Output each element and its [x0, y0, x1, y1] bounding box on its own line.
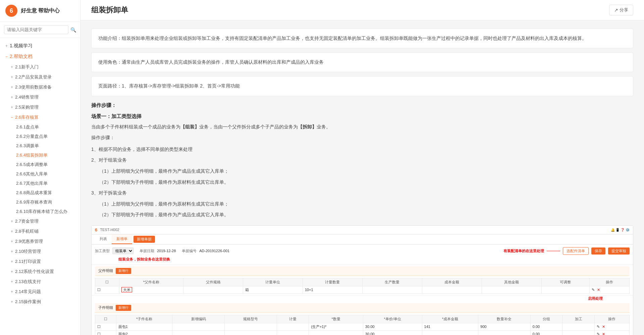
sim-top-table-header-row: ☐ *父件名称 父件规格 计量单位 计量数量 生产数量 成本金额 其他金额 可调…: [95, 278, 630, 286]
expand-icon: +: [11, 289, 13, 294]
sidebar-item-stocktake[interactable]: 2.6.1盘点单: [5, 122, 80, 132]
sidebar-item-newbie[interactable]: + 2.1新手入门: [5, 62, 80, 72]
step-1-text: 1: [91, 147, 94, 152]
sim-newadd-btn[interactable]: 新增单据: [133, 236, 155, 243]
sim-th-name: *父件名称: [119, 278, 183, 286]
sidebar-item-inventory[interactable]: − 2.6库存核算: [5, 112, 80, 122]
table-row: ☐ 面包1 (生产+1)* 30.00 141 900 0.00: [95, 323, 630, 330]
sim-bth-unit: 计量: [277, 315, 309, 323]
expand-icon: +: [11, 85, 13, 90]
intro-block-3: 页面路径：1、库存核算->库存管理->组装拆卸单 2、首页->常用功能: [91, 76, 633, 96]
intro-block-2: 使用角色：通常由生产人员或库管人员完成拆装业务的操作，库管人员确认原材料的出库和…: [91, 52, 633, 72]
step-3: 3、对于拆装业务: [91, 188, 633, 198]
sim-delete-icon2[interactable]: ✕: [602, 332, 605, 335]
collapse-icon: −: [11, 115, 13, 120]
sidebar-item-sales[interactable]: + 2.4销售管理: [5, 92, 80, 102]
sidebar-item-online-pay[interactable]: + 2.13在线支付: [5, 277, 80, 287]
sim-top-table-container: 父件明细 新增行 ☐ *父件名称 父件规格 计量单位 计量数量 生产数量: [92, 265, 633, 295]
sim-edit-icon[interactable]: ✎: [592, 288, 595, 292]
sim-bth-group: 分组: [530, 315, 562, 323]
sim-submit-btn[interactable]: 提交审核: [608, 247, 630, 255]
sim-btd-qtycomp2: [478, 330, 531, 335]
sidebar-item-stock-error[interactable]: 2.6.10库存账本错了怎么办: [5, 207, 80, 216]
sim-btd-group1: 0.00: [530, 323, 562, 330]
nav-child-label: 2.10经营管理: [15, 248, 41, 255]
nav-section-1: + 1.视频学习: [0, 41, 80, 51]
sim-app-topbar: 6 TEST-H002 🔔 📱 ❓ ⚙️: [92, 226, 633, 234]
sim-add-bottom-row[interactable]: 新增行: [116, 305, 131, 311]
sim-btd-proc2: [562, 330, 595, 335]
search-icon[interactable]: 🔍: [70, 27, 76, 33]
sidebar-item-faq[interactable]: + 2.14常见问题: [5, 287, 80, 297]
sidebar-item-video[interactable]: + 1.视频学习: [0, 41, 80, 51]
sim-edit-icon2[interactable]: ✎: [597, 332, 600, 335]
sim-bth-cost: *成本金额: [422, 315, 478, 323]
sim-tab-list[interactable]: 列表: [95, 234, 112, 244]
sidebar-item-print[interactable]: + 2.11打印设置: [5, 257, 80, 267]
sim-edit-icon[interactable]: ✎: [597, 325, 600, 329]
sidebar-item-other-outbound[interactable]: 2.6.7其他出库单: [5, 179, 80, 188]
sidebar-item-coupon[interactable]: + 2.9优惠券管理: [5, 236, 80, 246]
search-input[interactable]: [4, 25, 68, 34]
sidebar-item-label: 1.视频学习: [10, 43, 33, 49]
sim-annotation-bom: 有装配清单的在这里处理: [503, 248, 544, 254]
step-2-text: 2: [91, 157, 94, 163]
sim-td-check: ☐: [95, 286, 119, 293]
sidebar-item-install[interactable]: + 2.2产品安装及登录: [5, 72, 80, 82]
sim-add-top-row[interactable]: 新增行: [116, 268, 131, 274]
sim-type-label: 加工类型: [95, 248, 110, 254]
sidebar-item-cases[interactable]: + 2.15操作案例: [5, 297, 80, 307]
sim-tab-new[interactable]: 新增单: [112, 234, 132, 244]
sidebar-item-purchase[interactable]: + 2.5采购管理: [5, 102, 80, 112]
sim-btd-check2: ☐: [95, 330, 116, 335]
sidebar-item-finance[interactable]: + 2.7资金管理: [5, 216, 80, 226]
sim-th-ops: 操作: [590, 278, 630, 286]
sidebar-item-dataprep[interactable]: + 2.3使用前数据准备: [5, 82, 80, 92]
sim-th-other: 其他金额: [482, 278, 541, 286]
sidebar-item-transfer[interactable]: 2.6.3调拨单: [5, 141, 80, 151]
sim-save-btn[interactable]: 保存: [591, 247, 605, 255]
sim-td-adj: [541, 286, 590, 293]
sidebar-item-cost-adjust[interactable]: 2.6.5成本调整单: [5, 160, 80, 169]
sidebar-item-other-inbound[interactable]: 2.6.6其他入库单: [5, 169, 80, 179]
sim-th-cost: 成本金额: [422, 278, 482, 286]
sim-code-label: 单据编号: [182, 248, 197, 254]
sim-bottom-table-container: 子件明细 新增行 ☐ *子件名称 新增编码 规格型号 计量 *数量: [92, 302, 633, 335]
sim-status: 🔔 📱 ❓ ⚙️: [611, 228, 630, 232]
sim-bom-btn[interactable]: 选配件清单: [563, 247, 589, 255]
sim-btd-name2: 面包2: [116, 330, 172, 335]
sim-top-table-label: 父件明细: [98, 268, 113, 273]
share-button[interactable]: ↗ 分享: [609, 5, 633, 15]
intro-block-1: 功能介绍：组装拆卸单用来处理企业组装或拆卸等加工业务，支持有固定装配清单的产品加…: [91, 29, 633, 48]
step-2-2: （2）下部明细为子件明细，最终作为原材料生成其它出库单。: [91, 178, 633, 187]
step-2-1: （1）上部明细为父件明细，最终作为产成品生成其它入库单；: [91, 167, 633, 176]
expand-icon: +: [5, 44, 8, 48]
sidebar-item-cost-recalc[interactable]: 2.6.8商品成本重算: [5, 188, 80, 198]
sim-td-spec: [183, 286, 243, 293]
sim-delete-icon[interactable]: ✕: [602, 325, 605, 329]
sim-delete-icon[interactable]: ✕: [597, 288, 600, 292]
nav-child-label: 2.15操作案例: [15, 299, 41, 305]
sim-th-qty: 计量数量: [303, 278, 362, 286]
step-3-2: （2）下部明细为子件明细，最终作为产成品生成其它入库单。: [91, 210, 633, 219]
nav-child-label: 2.13在线支付: [15, 279, 41, 285]
expand-icon: +: [11, 279, 13, 284]
step-1-desc: 根据不同的业务，选择不同单据的类型来处理: [99, 147, 193, 152]
nav-child-label: 2.5采购管理: [15, 104, 39, 110]
sidebar-item-personalize[interactable]: + 2.12系统个性化设置: [5, 267, 80, 277]
sidebar-item-mobile[interactable]: + 2.8手机旺铺: [5, 226, 80, 236]
sim-th-spec: 父件规格: [183, 278, 243, 286]
sidebar-item-management[interactable]: + 2.10经营管理: [5, 246, 80, 257]
sidebar-item-stock-ledger[interactable]: 2.6.9库存账本查询: [5, 198, 80, 207]
sidebar-item-partial-stocktake[interactable]: 2.6.2分量盘点单: [5, 132, 80, 141]
sim-th-checkbox: ☐: [95, 278, 119, 286]
step-1: 1、根据不同的业务，选择不同单据的类型来处理: [91, 145, 633, 154]
sim-top-table-header: 父件明细 新增行: [95, 266, 630, 276]
sim-type-select[interactable]: 组装单 拆卸单: [112, 247, 133, 254]
sim-btd-price2: 30.00: [363, 330, 422, 335]
sidebar-item-helpdoc[interactable]: − 2.帮助文档: [0, 51, 80, 62]
sim-btd-code1: [172, 323, 225, 330]
sim-date-label: 单据日期: [140, 248, 154, 254]
sidebar-item-assembly[interactable]: 2.6.4组装拆卸单: [5, 151, 80, 160]
sim-bottom-table-header: 子件明细 新增行: [95, 303, 630, 313]
